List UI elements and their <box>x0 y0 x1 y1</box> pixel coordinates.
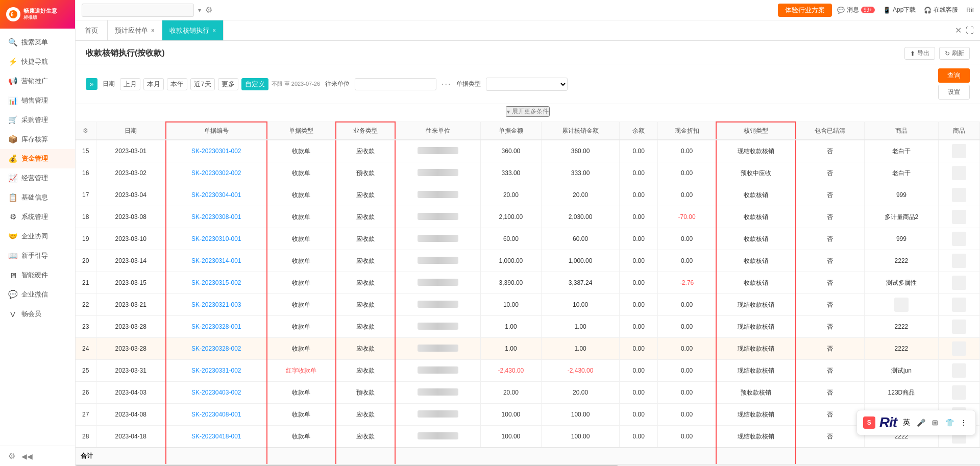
table-row[interactable]: 22 2023-03-21 SK-20230321-003 收款单 应收款 10… <box>76 294 980 316</box>
export-button[interactable]: ⬆ 导出 <box>904 47 935 60</box>
last-month-btn[interactable]: 上月 <box>120 78 140 90</box>
tab-prepay-close[interactable]: × <box>151 27 155 34</box>
this-year-btn[interactable]: 本年 <box>167 78 187 90</box>
tab-writeoff-close[interactable]: × <box>212 27 216 34</box>
sidebar-item-库存核算[interactable]: 📦库存核算 <box>0 130 75 149</box>
cell-product2 <box>938 162 979 184</box>
settings-icon[interactable]: ⚙ <box>205 5 212 15</box>
tab-prepay-order[interactable]: 预计应付单 × <box>108 20 162 40</box>
cell-date: 2023-03-04 <box>96 184 166 206</box>
code-link[interactable]: SK-20230315-002 <box>191 279 241 286</box>
gear-icon[interactable]: ⚙ <box>83 127 88 134</box>
mic-icon[interactable]: 🎤 <box>915 417 926 428</box>
code-link[interactable]: SK-20230328-001 <box>191 323 241 330</box>
code-link[interactable]: SK-20230308-001 <box>191 213 241 220</box>
code-link[interactable]: SK-20230331-002 <box>191 367 241 374</box>
online-service-button[interactable]: 🎧 在线客服 <box>924 6 958 14</box>
sidebar-item-快捷导航[interactable]: ⚡快捷导航 <box>0 52 75 71</box>
counterparty-input[interactable] <box>355 78 436 90</box>
code-link[interactable]: SK-20230418-001 <box>191 433 241 440</box>
horizontal-scrollbar[interactable] <box>76 464 980 466</box>
main-area: ▾ ⚙ 体验行业方案 💬 消息 99+ 📱 App下载 🎧 在线客服 Rit <box>76 0 980 466</box>
table-row[interactable]: 23 2023-03-28 SK-20230328-001 收款单 应收款 1.… <box>76 316 980 338</box>
voucher-type-select[interactable] <box>486 78 568 91</box>
cell-written-off: 3,387.24 <box>541 272 620 294</box>
table-row[interactable]: 17 2023-03-04 SK-20230304-001 收款单 应收款 20… <box>76 184 980 206</box>
table-row[interactable]: 21 2023-03-15 SK-20230315-002 收款单 应收款 3,… <box>76 272 980 294</box>
sidebar-item-销售管理[interactable]: 📊销售管理 <box>0 91 75 110</box>
last-7days-btn[interactable]: 近7天 <box>190 78 214 90</box>
code-link[interactable]: SK-20230302-002 <box>191 169 241 177</box>
sidebar-item-企业微信[interactable]: 💬企业微信 <box>0 285 75 304</box>
cell-written-off: 360.00 <box>541 140 620 162</box>
table-row[interactable]: 16 2023-03-02 SK-20230302-002 收款单 预收款 33… <box>76 162 980 184</box>
code-link[interactable]: SK-20230301-002 <box>191 148 241 155</box>
expand-conditions-button[interactable]: ▾ 展开更多条件 <box>506 106 550 117</box>
grid-icon[interactable]: ⊞ <box>929 417 941 428</box>
chevron-down-icon[interactable]: ▾ <box>198 7 201 14</box>
table-row[interactable]: 19 2023-03-10 SK-20230310-001 收款单 应收款 60… <box>76 228 980 250</box>
sidebar-collapse-icon[interactable]: ◀◀ <box>21 452 33 460</box>
custom-date-btn[interactable]: 自定义 <box>241 78 268 90</box>
cell-product1: 老白干 <box>864 162 938 184</box>
expand-icon[interactable]: ⛶ <box>966 26 974 35</box>
cell-included: 否 <box>796 272 865 294</box>
tab-collection-writeoff[interactable]: 收款核销执行 × <box>162 20 224 40</box>
table-row[interactable]: 18 2023-03-08 SK-20230308-001 收款单 应收款 2,… <box>76 206 980 228</box>
cell-code: SK-20230408-001 <box>166 404 266 426</box>
more-btn[interactable]: 更多 <box>218 78 238 90</box>
cell-cash-discount: 0.00 <box>657 184 716 206</box>
sidebar-item-智能硬件[interactable]: 🖥智能硬件 <box>0 265 75 285</box>
code-link[interactable]: SK-20230328-002 <box>191 345 241 352</box>
more-icon[interactable]: ⋮ <box>958 417 969 428</box>
close-all-icon[interactable]: ✕ <box>955 26 962 35</box>
sidebar-item-经营管理[interactable]: 📈经营管理 <box>0 168 75 188</box>
counterparty-dots[interactable]: ··· <box>442 80 451 89</box>
yingwen-icon[interactable]: 英 <box>901 417 912 428</box>
sidebar-item-基础信息[interactable]: 📋基础信息 <box>0 188 75 207</box>
code-link[interactable]: SK-20230314-001 <box>191 257 241 264</box>
table-row[interactable]: 26 2023-04-03 SK-20230403-002 收款单 预收款 20… <box>76 382 980 404</box>
sidebar-gear-icon[interactable]: ⚙ <box>8 451 15 461</box>
code-link[interactable]: SK-20230403-002 <box>191 389 241 396</box>
cell-biz-type: 预收款 <box>336 382 395 404</box>
messages-button[interactable]: 💬 消息 99+ <box>837 6 875 14</box>
sidebar-item-企业协同[interactable]: 🤝企业协同 <box>0 227 75 246</box>
address-input[interactable] <box>82 4 194 17</box>
table-row[interactable]: 24 2023-03-28 SK-20230328-002 收款单 应收款 1.… <box>76 338 980 360</box>
sidebar-item-系统管理[interactable]: ⚙系统管理 <box>0 207 75 227</box>
refresh-button[interactable]: ↻ 刷新 <box>939 47 970 60</box>
cell-amount: 60.00 <box>481 228 542 250</box>
code-link[interactable]: SK-20230408-001 <box>191 411 241 418</box>
th-gear[interactable]: ⚙ <box>76 122 96 140</box>
tab-home[interactable]: 首页 <box>76 20 108 40</box>
sidebar-item-label: 企业微信 <box>21 290 48 299</box>
cell-voucher-type: 收款单 <box>267 426 336 448</box>
table-row[interactable]: 27 2023-04-08 SK-20230408-001 收款单 应收款 10… <box>76 404 980 426</box>
sidebar-item-搜索菜单[interactable]: 🔍搜索菜单 <box>0 33 75 52</box>
filter-toggle-button[interactable]: » <box>86 78 97 90</box>
query-button[interactable]: 查询 <box>938 68 970 83</box>
table-row[interactable]: 25 2023-03-31 SK-20230331-002 红字收款单 应收款 … <box>76 360 980 382</box>
sidebar-item-新手引导[interactable]: 📖新手引导 <box>0 246 75 265</box>
filter-settings-button[interactable]: 设置 <box>938 85 970 100</box>
table-row[interactable]: 15 2023-03-01 SK-20230301-002 收款单 应收款 36… <box>76 140 980 162</box>
cell-written-off: 333.00 <box>541 162 620 184</box>
code-link[interactable]: SK-20230321-003 <box>191 301 241 308</box>
table-row[interactable]: 20 2023-03-14 SK-20230314-001 收款单 应收款 1,… <box>76 250 980 272</box>
sidebar-item-资金管理[interactable]: 💰资金管理 <box>0 149 75 168</box>
app-download-button[interactable]: 📱 App下载 <box>883 6 916 14</box>
phone-icon: 📱 <box>883 7 891 14</box>
code-link[interactable]: SK-20230304-001 <box>191 191 241 199</box>
sidebar-item-畅会员[interactable]: V畅会员 <box>0 304 75 324</box>
sidebar-item-label: 库存核算 <box>21 135 48 144</box>
code-link[interactable]: SK-20230310-001 <box>191 235 241 242</box>
sidebar-item-label: 销售管理 <box>21 96 48 105</box>
shirt-icon[interactable]: 👕 <box>944 417 955 428</box>
industry-solution-button[interactable]: 体验行业方案 <box>778 4 832 17</box>
this-month-btn[interactable]: 本月 <box>143 78 164 90</box>
table-row[interactable]: 28 2023-04-18 SK-20230418-001 收款单 应收款 10… <box>76 426 980 448</box>
sidebar-item-采购管理[interactable]: 🛒采购管理 <box>0 110 75 130</box>
sidebar-item-label: 营销推广 <box>21 77 48 86</box>
sidebar-item-营销推广[interactable]: 📢营销推广 <box>0 71 75 91</box>
